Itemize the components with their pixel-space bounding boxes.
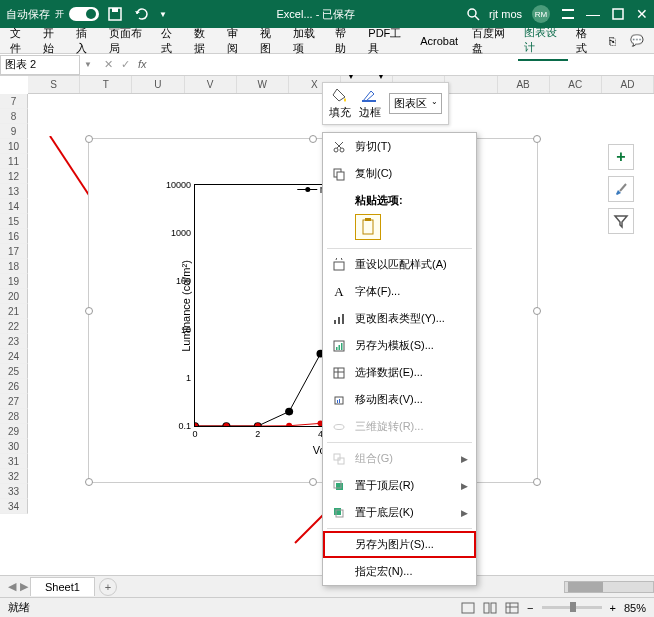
tab-view[interactable]: 视图 (254, 22, 285, 60)
row-header[interactable]: 11 (0, 154, 28, 169)
y-axis-label-left[interactable]: Luminance (cd/m²) (180, 260, 192, 352)
share-icon[interactable]: ⎘ (603, 35, 622, 47)
minimize-icon[interactable]: — (586, 6, 600, 22)
resize-handle[interactable] (85, 135, 93, 143)
row-header[interactable]: 7 (0, 94, 28, 109)
chart-elements-button[interactable]: + (608, 144, 634, 170)
tab-chart-design[interactable]: 图表设计 (518, 21, 568, 61)
row-header[interactable]: 15 (0, 214, 28, 229)
qat-dropdown-icon[interactable]: ▼ (159, 10, 167, 19)
tab-acrobat[interactable]: Acrobat (414, 31, 464, 51)
col-header[interactable]: T (80, 76, 132, 93)
row-header[interactable]: 12 (0, 169, 28, 184)
col-header[interactable]: U (132, 76, 184, 93)
fx-icon[interactable]: fx (138, 58, 147, 71)
paste-option-button[interactable] (355, 214, 381, 240)
row-header[interactable]: 27 (0, 394, 28, 409)
ctx-assign-macro[interactable]: 指定宏(N)... (323, 558, 476, 585)
chart-filter-button[interactable] (608, 208, 634, 234)
search-icon[interactable] (465, 6, 481, 22)
row-header[interactable]: 33 (0, 484, 28, 499)
row-header[interactable]: 30 (0, 439, 28, 454)
tab-addins[interactable]: 加载项 (287, 22, 327, 60)
col-header[interactable]: AC (550, 76, 602, 93)
row-header[interactable]: 8 (0, 109, 28, 124)
col-header[interactable]: S (28, 76, 80, 93)
resize-handle[interactable] (309, 478, 317, 486)
namebox-dropdown-icon[interactable]: ▼ (80, 60, 96, 69)
tab-formula[interactable]: 公式 (155, 22, 186, 60)
horizontal-scrollbar[interactable] (564, 581, 654, 593)
row-header[interactable]: 32 (0, 469, 28, 484)
tab-pdf[interactable]: PDF工具 (362, 22, 412, 60)
tab-review[interactable]: 审阅 (221, 22, 252, 60)
name-box[interactable] (0, 55, 80, 75)
row-header[interactable]: 26 (0, 379, 28, 394)
col-header[interactable]: V (185, 76, 237, 93)
ctx-bring-front[interactable]: 置于顶层(R)▶ (323, 472, 476, 499)
zoom-in-button[interactable]: + (610, 602, 616, 614)
add-sheet-button[interactable]: + (99, 578, 117, 596)
zoom-slider[interactable] (542, 606, 602, 609)
col-header[interactable]: AB (498, 76, 550, 93)
row-header[interactable]: 21 (0, 304, 28, 319)
ctx-copy[interactable]: 复制(C) (323, 160, 476, 187)
row-header[interactable]: 24 (0, 349, 28, 364)
ctx-font[interactable]: A字体(F)... (323, 278, 476, 305)
view-pagebreak-icon[interactable] (505, 602, 519, 614)
row-header[interactable]: 10 (0, 139, 28, 154)
row-header[interactable]: 25 (0, 364, 28, 379)
comment-icon[interactable]: 💬 (624, 34, 650, 47)
row-header[interactable]: 28 (0, 409, 28, 424)
autosave-toggle[interactable] (69, 7, 99, 21)
row-header[interactable]: 29 (0, 424, 28, 439)
ctx-change-chart-type[interactable]: 更改图表类型(Y)... (323, 305, 476, 332)
chart-styles-button[interactable] (608, 176, 634, 202)
border-button[interactable]: ▼ 边框 (359, 87, 381, 120)
sheet-tab[interactable]: Sheet1 (30, 577, 95, 596)
tab-format[interactable]: 格式 (570, 22, 601, 60)
row-header[interactable]: 16 (0, 229, 28, 244)
save-icon[interactable] (107, 6, 123, 22)
zoom-out-button[interactable]: − (527, 602, 533, 614)
row-header[interactable]: 19 (0, 274, 28, 289)
chart-element-select[interactable]: 图表区 ⌄ (389, 93, 442, 114)
tab-nav-prev-icon[interactable]: ◀ (8, 580, 16, 593)
row-header[interactable]: 9 (0, 124, 28, 139)
tab-baidu[interactable]: 百度网盘 (466, 22, 516, 60)
row-header[interactable]: 18 (0, 259, 28, 274)
ctx-save-template[interactable]: 另存为模板(S)... (323, 332, 476, 359)
row-header[interactable]: 34 (0, 499, 28, 514)
tab-help[interactable]: 帮助 (329, 22, 360, 60)
accept-icon[interactable]: ✓ (121, 58, 130, 71)
zoom-level[interactable]: 85% (624, 602, 646, 614)
ctx-reset-style[interactable]: 重设以匹配样式(A) (323, 251, 476, 278)
maximize-icon[interactable] (610, 6, 626, 22)
tab-nav-next-icon[interactable]: ▶ (20, 580, 28, 593)
row-header[interactable]: 13 (0, 184, 28, 199)
row-header[interactable]: 22 (0, 319, 28, 334)
view-normal-icon[interactable] (461, 602, 475, 614)
ctx-cut[interactable]: 剪切(T) (323, 133, 476, 160)
row-header[interactable]: 14 (0, 199, 28, 214)
row-header[interactable]: 31 (0, 454, 28, 469)
ctx-move-chart[interactable]: 移动图表(V)... (323, 386, 476, 413)
col-header[interactable]: W (237, 76, 289, 93)
col-header[interactable]: AD (602, 76, 654, 93)
tab-data[interactable]: 数据 (188, 22, 219, 60)
tab-layout[interactable]: 页面布局 (103, 22, 153, 60)
close-icon[interactable]: ✕ (636, 6, 648, 22)
resize-handle[interactable] (85, 478, 93, 486)
resize-handle[interactable] (309, 135, 317, 143)
ctx-save-as-image[interactable]: 另存为图片(S)... (323, 531, 476, 558)
view-layout-icon[interactable] (483, 602, 497, 614)
resize-handle[interactable] (533, 478, 541, 486)
ctx-select-data[interactable]: 选择数据(E)... (323, 359, 476, 386)
row-header[interactable]: 17 (0, 244, 28, 259)
row-header[interactable]: 23 (0, 334, 28, 349)
resize-handle[interactable] (533, 135, 541, 143)
resize-handle[interactable] (85, 307, 93, 315)
fill-button[interactable]: ▼ 填充 (329, 87, 351, 120)
ctx-send-back[interactable]: 置于底层(K)▶ (323, 499, 476, 526)
undo-icon[interactable] (133, 6, 149, 22)
